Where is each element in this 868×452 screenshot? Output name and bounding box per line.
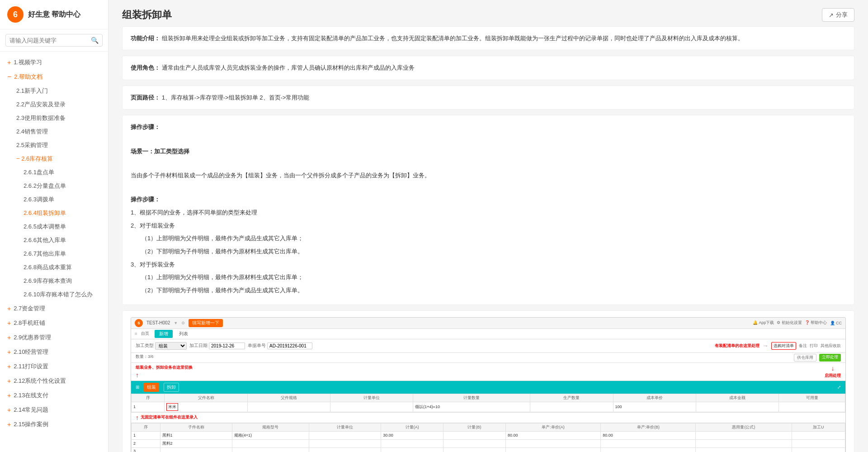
plus-icon-2: + [7,305,11,312]
step1: 1、根据不同的业务，选择不同单据的类型来处理 [131,207,846,219]
step3: 3、对于拆装业务 [131,259,846,271]
mock-screenshot: 6 TEST-H002 ▼ ⚙ 填写新增一下 🔔 App下载 ⚙ 初始化设置 ❓… [131,317,846,452]
path-block: 页面路径： 1、库存核算->库存管理->组装拆卸单 2、首页->常用功能 [122,86,854,109]
page-title: 组装拆卸单 [122,8,172,22]
sidebar-item-help-docs[interactable]: − 2.帮助文档 [0,70,108,84]
screenshot-logo: 6 [135,319,143,327]
sidebar-item-other-out[interactable]: 2.6.7其他出库单 [0,247,108,261]
highlight-tip-text: 有装配清单的在这里处理 [715,343,760,349]
sidebar-item-payment[interactable]: + 2.13在线支付 [0,388,108,403]
sidebar-item-personalize[interactable]: + 2.12系统个性化设置 [0,374,108,388]
system-topbar: 6 TEST-H002 ▼ ⚙ 填写新增一下 🔔 App下载 ⚙ 初始化设置 ❓… [131,318,845,329]
share-icon: ↗ [829,12,834,19]
callout-btn: 选购对清单 [771,342,796,350]
path-label: 页面路径： [131,94,160,101]
plus-icon-10: + [7,421,11,428]
sidebar-item-video[interactable]: + 1.视频学习 [0,55,108,70]
content-header: 组装拆卸单 ↗ 分享 [108,0,868,26]
sidebar-item-print[interactable]: + 2.11打印设置 [0,359,108,374]
type-switch-row: ⊞ 组装 拆卸 ⤢ [131,381,845,394]
sidebar-item-mobile[interactable]: + 2.8手机旺铺 [0,316,108,330]
nav-tree: + 1.视频学习 − 2.帮助文档 2.1新手入门 2.2产品安装及登录 2.3… [0,52,108,452]
sidebar: 6 好生意 帮助中心 🔍 + 1.视频学习 − 2.帮助文档 2.1新手入门 2… [0,0,108,452]
sidebar-item-mgmt[interactable]: + 2.10经营管理 [0,345,108,359]
sidebar-item-transfer[interactable]: 2.6.3调拨单 [0,193,108,206]
sidebar-item-faq[interactable]: + 2.14常见问题 [0,403,108,417]
plus-icon-9: + [7,406,11,414]
sidebar-item-finance[interactable]: + 2.7资金管理 [0,301,108,316]
sidebar-item-install[interactable]: 2.2产品安装及登录 [0,98,108,111]
sidebar-item-assembly[interactable]: 2.6.4组装拆卸单 [0,206,108,220]
step2-2: （2）下部明细为子件明细，最终作为原材料生成其它出库单。 [131,246,846,257]
screenshot-tab-list: 列表 [175,330,193,338]
logo-icon: 6 [7,6,24,23]
step2-1: （1）上部明细为父件明细，最终作为产成品生成其它入库单； [131,233,846,244]
step3-2: （2）下部明细为子件明细，最终作为产成品生成其它入库单。 [131,285,846,296]
upper-table-area: 序 父件名称 父件规格 计量单位 计量数量 生产数量 成本单价 成本金额 可用量 [131,394,845,412]
sidebar-item-data-prep[interactable]: 2.3使用前数据准备 [0,111,108,125]
sidebar-item-purchase[interactable]: 2.5采购管理 [0,138,108,152]
assembly-btn: 组装 [144,383,159,392]
search-box: 🔍 [5,34,103,47]
step3-1: （1）上部明细为父件明细，最终作为原材料生成其它出库单； [131,272,846,283]
share-button[interactable]: ↗ 分享 [822,8,854,22]
form-fields: 加工类型 组装 加工日期 单据单号 [131,339,845,353]
logo-text: 好生意 帮助中心 [28,10,80,19]
screenshot-orange-btn: 填写新增一下 [189,319,223,327]
search-input[interactable] [9,37,91,44]
screenshot-form-area: 加工类型 组装 加工日期 单据单号 [131,339,845,363]
sidebar-item-stockcheck[interactable]: 2.6.1盘点单 [0,166,108,179]
sidebar-item-stock-query[interactable]: 2.6.9库存账本查询 [0,274,108,288]
sidebar-item-other-in[interactable]: 2.6.6其他入库单 [0,233,108,247]
role-text: 通常由生产人员或库管人员完成拆装业务的操作，库管人员确认原材料的出库和产成品的入… [162,64,415,71]
plus-icon-8: + [7,392,11,399]
expand-icon: ⤢ [837,385,841,390]
upper-table: 序 父件名称 父件规格 计量单位 计量数量 生产数量 成本单价 成本金额 可用量 [131,394,845,412]
sidebar-item-sales[interactable]: 2.4销售管理 [0,125,108,138]
lower-table: 序 子件名称 规格型号 计量单位 计量(A) 计量(B) 单产:单价(A) 单产… [131,423,845,452]
minus-icon: − [7,73,11,81]
callout-area: 组装业务、拆卸业务在这里切换 ↑ ↓ 启用处理 [131,363,845,381]
table-row: 1 米米 领以(1+4)=10 100 [132,402,845,412]
sidebar-item-cost-recalc[interactable]: 2.6.8商品成本重算 [0,261,108,274]
type-select: 组装 [155,342,187,350]
step2: 2、对于组装业务 [131,220,846,232]
table-row: 3 [132,447,845,452]
search-area: 🔍 [0,29,108,52]
logo-area: 6 好生意 帮助中心 [0,0,108,29]
minus-icon-small: − [16,155,20,162]
sidebar-item-cost-adj[interactable]: 2.6.5成本调整单 [0,220,108,233]
sidebar-item-coupon[interactable]: + 2.9优惠券管理 [0,330,108,345]
table-row: 1 黑料1 规格(4+1) 30.00 80.00 80.00 [132,431,845,439]
plus-icon-7: + [7,377,11,385]
sidebar-item-cases[interactable]: + 2.15操作案例 [0,417,108,432]
content-body: 功能介绍： 组装拆卸单用来处理企业组装或拆卸等加工业务，支持有固定装配清单的产品… [108,26,868,452]
func-intro-block: 功能介绍： 组装拆卸单用来处理企业组装或拆卸等加工业务，支持有固定装配清单的产品… [122,26,854,50]
screenshot-tab-new: 新增 [155,330,173,338]
screenshot-nav: ≡ 自页 新增 列表 [131,329,845,339]
plus-icon-3: + [7,319,11,327]
parent-name-cell: 米米 [166,403,178,411]
scene1-label: 场景一：加工类型选择 [131,146,846,157]
path-text: 1、库存核算->库存管理->组装拆卸单 2、首页->常用功能 [162,94,310,101]
search-icon[interactable]: 🔍 [91,37,99,44]
ops-label: 操作步骤： [131,122,846,133]
sidebar-item-stock-error[interactable]: 2.6.10库存账本错了怎么办 [0,288,108,301]
disassembly-btn: 拆卸 [164,383,179,392]
sidebar-item-beginner[interactable]: 2.1新手入门 [0,84,108,98]
plus-icon-5: + [7,348,11,356]
field-date: 加工日期 [189,343,245,349]
role-label: 使用角色： [131,64,160,71]
screenshot-container: 6 TEST-H002 ▼ ⚙ 填写新增一下 🔔 App下载 ⚙ 初始化设置 ❓… [122,310,854,452]
func-intro-label: 功能介绍： [131,35,160,42]
table-row: 2 黑料2 [132,439,845,447]
callout1-text: 组装业务、拆卸业务在这里切换 [136,365,193,371]
steps-block: 操作步骤： 场景一：加工类型选择 当由多个子件材料组装成一个成品的业务为【组装】… [122,115,854,305]
plus-icon-6: + [7,363,11,370]
sidebar-item-partial-stock[interactable]: 2.6.2分量盘点单 [0,179,108,193]
field-type: 加工类型 组装 [136,342,187,350]
role-block: 使用角色： 通常由生产人员或库管人员完成拆装业务的操作，库管人员确认原材料的出库… [122,56,854,80]
confirm-btn: 立即处理 [819,354,841,362]
sidebar-item-inventory[interactable]: − 2.6库存核算 [0,152,108,166]
main-content: 组装拆卸单 ↗ 分享 功能介绍： 组装拆卸单用来处理企业组装或拆卸等加工业务，支… [108,0,868,452]
